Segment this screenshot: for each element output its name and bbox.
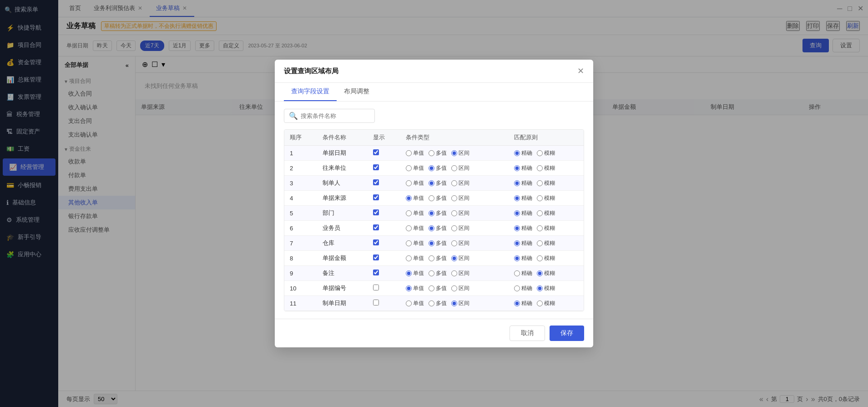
- type-radio-item[interactable]: 多值: [429, 209, 447, 217]
- type-radio-item[interactable]: 区间: [451, 194, 469, 202]
- match-radio[interactable]: [537, 195, 543, 201]
- cancel-button[interactable]: 取消: [510, 326, 545, 341]
- type-radio[interactable]: [406, 210, 412, 216]
- type-radio-item[interactable]: 单值: [406, 300, 424, 307]
- type-radio-item[interactable]: 多值: [429, 224, 447, 232]
- match-radio[interactable]: [537, 150, 543, 156]
- type-radio[interactable]: [406, 255, 412, 261]
- match-radio-item[interactable]: 精确: [514, 179, 532, 187]
- show-checkbox[interactable]: [373, 239, 379, 245]
- show-checkbox[interactable]: [373, 209, 379, 215]
- type-radio-item[interactable]: 单值: [406, 239, 424, 247]
- type-radio[interactable]: [451, 165, 457, 171]
- match-radio-item[interactable]: 精确: [514, 254, 532, 262]
- match-radio[interactable]: [514, 150, 520, 156]
- type-radio-item[interactable]: 区间: [451, 164, 469, 172]
- type-radio-item[interactable]: 单值: [406, 149, 424, 157]
- type-radio-item[interactable]: 区间: [451, 300, 469, 307]
- match-radio[interactable]: [537, 225, 543, 231]
- match-radio[interactable]: [537, 255, 543, 261]
- match-radio[interactable]: [514, 195, 520, 201]
- type-radio-item[interactable]: 多值: [429, 239, 447, 247]
- match-radio[interactable]: [514, 180, 520, 186]
- match-radio[interactable]: [514, 210, 520, 216]
- modal-close-button[interactable]: ✕: [577, 66, 584, 76]
- match-radio[interactable]: [514, 285, 520, 291]
- type-radio[interactable]: [451, 150, 457, 156]
- type-radio[interactable]: [406, 285, 412, 291]
- type-radio-item[interactable]: 多值: [429, 285, 447, 292]
- type-radio[interactable]: [406, 300, 412, 306]
- type-radio[interactable]: [429, 255, 434, 261]
- type-radio[interactable]: [451, 255, 457, 261]
- match-radio-item[interactable]: 精确: [514, 149, 532, 157]
- type-radio-item[interactable]: 多值: [429, 164, 447, 172]
- type-radio[interactable]: [451, 180, 457, 186]
- match-radio[interactable]: [514, 225, 520, 231]
- match-radio[interactable]: [537, 210, 543, 216]
- type-radio-item[interactable]: 多值: [429, 194, 447, 202]
- match-radio-item[interactable]: 模糊: [537, 224, 555, 232]
- match-radio[interactable]: [537, 180, 543, 186]
- match-radio-item[interactable]: 精确: [514, 270, 532, 277]
- show-checkbox[interactable]: [373, 149, 379, 155]
- match-radio[interactable]: [514, 240, 520, 246]
- match-radio[interactable]: [514, 165, 520, 171]
- type-radio[interactable]: [429, 240, 434, 246]
- match-radio-item[interactable]: 模糊: [537, 179, 555, 187]
- type-radio[interactable]: [451, 240, 457, 246]
- match-radio-item[interactable]: 模糊: [537, 270, 555, 277]
- type-radio-item[interactable]: 单值: [406, 194, 424, 202]
- match-radio-item[interactable]: 精确: [514, 300, 532, 307]
- type-radio[interactable]: [406, 180, 412, 186]
- type-radio-item[interactable]: 单值: [406, 179, 424, 187]
- type-radio[interactable]: [451, 285, 457, 291]
- match-radio[interactable]: [537, 285, 543, 291]
- type-radio-item[interactable]: 单值: [406, 209, 424, 217]
- type-radio[interactable]: [451, 225, 457, 231]
- show-checkbox[interactable]: [373, 270, 379, 275]
- match-radio-item[interactable]: 模糊: [537, 149, 555, 157]
- type-radio[interactable]: [429, 300, 434, 306]
- type-radio-item[interactable]: 区间: [451, 209, 469, 217]
- show-checkbox[interactable]: [373, 194, 379, 200]
- match-radio-item[interactable]: 精确: [514, 164, 532, 172]
- type-radio[interactable]: [406, 240, 412, 246]
- show-checkbox[interactable]: [373, 285, 379, 290]
- match-radio[interactable]: [514, 255, 520, 261]
- type-radio[interactable]: [429, 165, 434, 171]
- type-radio-item[interactable]: 单值: [406, 164, 424, 172]
- type-radio-item[interactable]: 多值: [429, 179, 447, 187]
- match-radio[interactable]: [537, 300, 543, 306]
- show-checkbox[interactable]: [373, 179, 379, 185]
- type-radio[interactable]: [429, 285, 434, 291]
- match-radio-item[interactable]: 精确: [514, 209, 532, 217]
- type-radio[interactable]: [451, 270, 457, 276]
- type-radio[interactable]: [429, 225, 434, 231]
- type-radio[interactable]: [429, 150, 434, 156]
- show-checkbox[interactable]: [373, 254, 379, 260]
- match-radio-item[interactable]: 模糊: [537, 164, 555, 172]
- type-radio[interactable]: [406, 225, 412, 231]
- match-radio[interactable]: [537, 165, 543, 171]
- match-radio[interactable]: [537, 270, 543, 276]
- type-radio-item[interactable]: 区间: [451, 270, 469, 277]
- match-radio-item[interactable]: 精确: [514, 239, 532, 247]
- match-radio-item[interactable]: 模糊: [537, 285, 555, 292]
- type-radio-item[interactable]: 单值: [406, 285, 424, 292]
- type-radio[interactable]: [429, 195, 434, 201]
- type-radio-item[interactable]: 多值: [429, 149, 447, 157]
- type-radio-item[interactable]: 区间: [451, 149, 469, 157]
- type-radio-item[interactable]: 多值: [429, 254, 447, 262]
- match-radio-item[interactable]: 精确: [514, 285, 532, 292]
- modal-tab-layout[interactable]: 布局调整: [337, 83, 377, 101]
- type-radio-item[interactable]: 多值: [429, 300, 447, 307]
- modal-tab-query[interactable]: 查询字段设置: [284, 83, 337, 101]
- type-radio[interactable]: [451, 195, 457, 201]
- match-radio-item[interactable]: 模糊: [537, 300, 555, 307]
- type-radio-item[interactable]: 区间: [451, 239, 469, 247]
- type-radio-item[interactable]: 区间: [451, 179, 469, 187]
- type-radio[interactable]: [406, 195, 412, 201]
- type-radio[interactable]: [406, 165, 412, 171]
- type-radio-item[interactable]: 区间: [451, 224, 469, 232]
